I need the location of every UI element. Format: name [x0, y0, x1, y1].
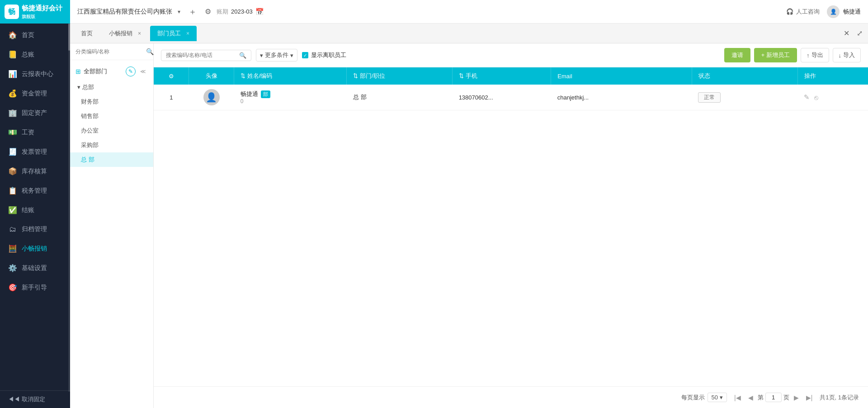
employee-search-icon[interactable]: 🔍 [239, 52, 246, 59]
sidebar-item-label: 新手引导 [22, 284, 47, 292]
export-button[interactable]: ↑ 导出 [801, 48, 829, 62]
page-size-dropdown[interactable]: 50 ▾ [708, 393, 727, 402]
sidebar-item-ledger[interactable]: 📒 总账 [0, 45, 70, 64]
page-last-btn[interactable]: ▶| [803, 393, 816, 403]
tree-node-finance[interactable]: 财务部 [70, 95, 153, 109]
sidebar-item-inventory[interactable]: 📦 库存核算 [0, 161, 70, 181]
col-header-settings[interactable]: ⚙ [154, 67, 189, 85]
row-avatar: 👤 [189, 85, 234, 110]
sidebar-item-reports[interactable]: 📊 云报表中心 [0, 64, 70, 84]
more-conditions-label: 更多条件 [265, 51, 288, 59]
page-next-btn[interactable]: ▶ [791, 393, 802, 403]
col-header-name[interactable]: ⇅ 姓名/编码 [234, 67, 347, 85]
salary-icon: 💵 [8, 128, 17, 137]
sidebar-item-xiaochang[interactable]: 🧮 小畅报销 [0, 239, 70, 258]
employee-avatar: 👤 [203, 89, 220, 105]
app-logo: 畅 畅捷通好会计 旗舰版 [0, 0, 70, 24]
sidebar-item-checkout[interactable]: ✅ 结账 [0, 200, 70, 220]
page-first-btn[interactable]: |◀ [731, 393, 744, 403]
col-header-phone[interactable]: ⇅ 手机 [453, 67, 551, 85]
tab-bar: 首页 小畅报销 × 部门员工 × ✕ ⤢ [70, 24, 868, 43]
table-row: 1 👤 畅捷通 部 0 总 部 [154, 85, 868, 110]
invite-button[interactable]: 邀请 [724, 48, 750, 62]
sidebar-unpin-footer[interactable]: ◀◀ 取消固定 [0, 390, 70, 408]
tree-node-office[interactable]: 办公室 [70, 123, 153, 138]
employee-search-input[interactable] [166, 52, 236, 58]
tree-node-zongbu-parent[interactable]: ▾ 总部 [70, 80, 153, 95]
settings-gear-icon[interactable]: ⚙ [205, 7, 211, 16]
sidebar-item-archive[interactable]: 🗂 归档管理 [0, 220, 70, 239]
tree-node-headquarters[interactable]: 总 部 [70, 152, 153, 167]
sidebar-item-label: 基础设置 [22, 264, 47, 272]
sidebar-item-label: 结账 [22, 206, 34, 214]
import-button[interactable]: ↓ 导入 [833, 48, 861, 62]
logout-icon[interactable]: ⎋ [814, 94, 818, 101]
grid-icon: ⊞ [75, 68, 81, 75]
user-name: 畅捷通 [843, 8, 861, 16]
col-header-dept[interactable]: ⇅ 部门/职位 [347, 67, 453, 85]
company-dropdown-icon[interactable]: ▾ [178, 9, 180, 15]
employee-name-wrapper: 畅捷通 部 [241, 90, 340, 98]
employee-search-box: 🔍 [161, 50, 251, 61]
period-area: 账期 2023-03 📅 [217, 8, 264, 16]
page-prev-btn[interactable]: ◀ [745, 393, 756, 403]
per-page-label: 每页显示 [681, 394, 705, 402]
tab-employees[interactable]: 部门员工 × [150, 26, 197, 41]
add-employee-button[interactable]: + 新增员工 [754, 48, 797, 62]
tab-xiaochang-close[interactable]: × [138, 30, 141, 37]
status-badge: 正常 [698, 92, 721, 103]
inventory-icon: 📦 [8, 167, 17, 176]
checkout-icon: ✅ [8, 206, 17, 214]
tree-node-sales[interactable]: 销售部 [70, 109, 153, 123]
add-company-btn[interactable]: ＋ [186, 5, 199, 18]
sidebar-item-label: 资金管理 [22, 90, 47, 98]
sidebar-item-label: 库存核算 [22, 167, 47, 176]
more-conditions-btn[interactable]: ▾ 更多条件 ▾ [256, 49, 297, 62]
tab-home[interactable]: 首页 [74, 26, 100, 41]
employees-right-panel: 🔍 ▾ 更多条件 ▾ ✓ 显示离职员工 邀请 + 新增员工 ↑ 导出 [154, 43, 868, 408]
dept-collapse-btn[interactable]: ≪ [138, 67, 148, 76]
dept-search-icon[interactable]: 🔍 [146, 48, 154, 55]
edit-icon[interactable]: ✎ [804, 93, 810, 101]
sidebar-item-guide[interactable]: 🎯 新手引导 [0, 278, 70, 297]
tab-close-btn[interactable]: ✕ [842, 27, 851, 39]
calendar-icon[interactable]: 📅 [255, 8, 264, 16]
tax-icon: 📋 [8, 186, 17, 195]
human-consult-btn[interactable]: 🎧 人工咨询 [786, 8, 820, 16]
logo-title: 畅捷通好会计 [22, 4, 62, 13]
dept-edit-btn[interactable]: ✎ [126, 66, 136, 76]
sidebar-item-home[interactable]: 🏠 首页 [0, 25, 70, 45]
period-value[interactable]: 2023-03 [231, 8, 253, 15]
tab-xiaochang[interactable]: 小畅报销 × [102, 26, 148, 41]
sidebar-item-capital[interactable]: 💰 资金管理 [0, 84, 70, 103]
tab-expand-btn[interactable]: ⤢ [855, 27, 864, 39]
dept-search-input[interactable] [75, 48, 143, 55]
import-label: 导入 [843, 51, 855, 59]
user-info[interactable]: 👤 畅捷通 [827, 5, 861, 18]
col-header-avatar: 头像 [189, 67, 234, 85]
home-icon: 🏠 [8, 31, 17, 39]
period-label: 账期 [217, 8, 228, 16]
show-resigned-checkbox[interactable]: ✓ [302, 52, 308, 58]
action-icons-wrapper: ✎ ⎋ [804, 93, 862, 101]
toolbar-right-actions: 邀请 + 新增员工 ↑ 导出 ↓ 导入 [724, 48, 861, 62]
col-header-status: 状态 [692, 67, 797, 85]
sort-icon-name: ⇅ [241, 72, 245, 79]
export-label: 导出 [811, 51, 823, 59]
logo-text-area: 畅捷通好会计 旗舰版 [22, 4, 62, 20]
page-navigation: |◀ ◀ 第 页 ▶ ▶| [731, 393, 815, 403]
tab-bar-actions: ✕ ⤢ [842, 27, 864, 39]
tree-node-purchase[interactable]: 采购部 [70, 138, 153, 152]
sidebar-item-label: 税务管理 [22, 187, 47, 195]
fixed-assets-icon: 🏢 [8, 109, 17, 117]
sidebar-item-salary[interactable]: 💵 工资 [0, 123, 70, 142]
sidebar-item-fixed-assets[interactable]: 🏢 固定资产 [0, 103, 70, 123]
col-header-email: Email [551, 67, 692, 85]
sidebar-item-tax[interactable]: 📋 税务管理 [0, 181, 70, 200]
tab-employees-close[interactable]: × [186, 30, 189, 37]
sidebar-item-invoice[interactable]: 🧾 发票管理 [0, 142, 70, 161]
page-number-input[interactable] [765, 393, 782, 402]
show-resigned-toggle[interactable]: ✓ 显示离职员工 [302, 51, 346, 59]
sidebar-item-settings[interactable]: ⚙️ 基础设置 [0, 258, 70, 278]
all-departments-header[interactable]: ⊞ 全部部门 ✎ ≪ [70, 63, 153, 80]
